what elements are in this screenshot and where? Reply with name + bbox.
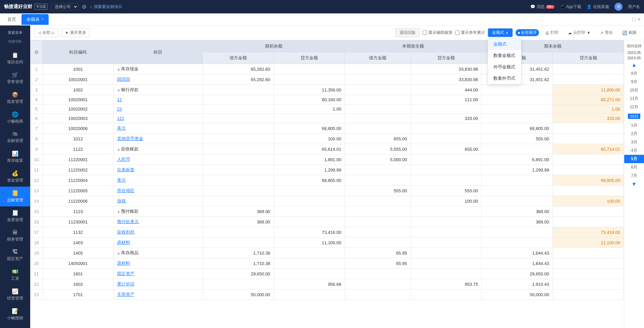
account-name-link[interactable]: 12 [117,97,122,102]
sidebar-item-operations[interactable]: 📈 经营管理 [0,285,30,305]
period-month-7[interactable]: 7月 [624,172,644,180]
account-name-link[interactable]: 美元 [117,126,126,131]
period-month-9[interactable]: 9月 [624,78,644,86]
tab-close-icon[interactable]: × [42,17,44,21]
cell-account-name[interactable]: ▲库存商品 [113,248,203,258]
tab-balance[interactable]: 余额表 × [21,14,49,25]
account-name-link[interactable]: 往来标签 [117,167,135,172]
sidebar-item-inventory[interactable]: 📊 库存核算 [0,147,30,167]
cell-account-name[interactable]: ▲应收账款 [113,144,203,154]
cell-amount [345,114,411,123]
sidebar-item-project[interactable]: 📋 项目合同 [0,49,30,68]
account-name-link[interactable]: 回回回 [117,77,130,82]
show-ytd-checkbox[interactable]: 显示本年累计 [455,30,485,36]
expand-toggle[interactable]: ▲ [117,251,120,255]
account-name-link[interactable]: 累计折旧 [117,281,135,286]
sidebar-item-ecommerce[interactable]: 🌐 小畅电商 [0,108,30,128]
account-name-link[interactable]: 原材料 [117,261,130,266]
mode-foreign[interactable]: 外币金额式 [488,61,521,73]
period-month-12[interactable]: 12月 [624,103,644,111]
cell-account-name: 应收利息 [113,227,203,238]
mode-dropdown[interactable]: 金额式 ∧ 金额式 数量金额式 外币金额式 数量外币式 [488,28,513,37]
expand-toggle[interactable]: ▲ [117,147,120,151]
sidebar-search[interactable]: 搜索菜单 [0,28,30,37]
print-btn[interactable]: 🖨 打印 [542,28,562,37]
cell-row-num: 1 [31,64,43,74]
expand-more-btn[interactable]: ▼ 展开更多 [61,28,90,37]
table-settings-icon[interactable]: ⚙ [34,49,39,55]
minimize-btn[interactable]: □ [632,16,636,22]
period-month-8[interactable]: 8月 [624,69,644,78]
account-name-link[interactable]: 游戏 [117,198,126,203]
messages-btn[interactable]: 💬 消息 99+ [530,4,554,10]
period-month-4[interactable]: 4月 [624,146,644,155]
tab-home[interactable]: 首页 [3,14,20,24]
mode-amount[interactable]: 金额式 [488,39,521,50]
filter-all-btn[interactable]: ◁ 全部 ▷ [34,28,58,37]
cell-account-name: 往来标签 [113,165,203,175]
account-name-link[interactable]: 固定资产 [117,271,135,276]
company-selector[interactable]: 选择公司 [51,3,78,10]
period-month-6[interactable]: 6月 [624,163,644,172]
cell-amount [345,95,411,105]
cell-amount: 111.00 [411,95,482,105]
cell-account-name: 固定资产 [113,269,203,279]
show-assist-checkbox[interactable]: 显示辅助核算 [423,30,452,36]
sidebar-item-purchase[interactable]: 🛍 采购管理 [0,128,30,147]
sidebar-item-invoice[interactable]: 🧾 发票管理 [0,206,30,226]
period-nav-down[interactable]: ▼ [630,180,638,189]
account-name-link[interactable]: 原材料 [117,240,130,245]
table-container: ⚙ 科目编码 科目 期初余额 本期发生额 期末余额 借方金额 贷方金额 借方金额 [30,40,624,328]
avatar[interactable]: 用 [614,3,623,11]
expand-toggle[interactable]: ▲ [117,210,120,213]
online-service-btn[interactable]: 👤 在线客服 [587,4,609,10]
expand-all-toggle[interactable]: ● 全部展开 [516,29,539,36]
app-download-btn[interactable]: 📱 App下载 [560,4,581,10]
export-btn[interactable]: ↗ 导出 [597,28,616,37]
cloud-print-btn[interactable]: ☁ 云打印 ▼ [565,28,594,37]
show-assist-input[interactable] [423,30,427,35]
sidebar-item-report[interactable]: 📝 小畅报销 [0,305,30,324]
account-name-link[interactable]: 应收利息 [117,229,135,235]
expand-toggle[interactable]: ▲ [117,88,120,92]
sidebar-quick-nav[interactable]: 快捷导航 [0,37,30,46]
account-name-link[interactable]: 23 [117,107,122,112]
back-old-version-btn[interactable]: 退回旧版 [395,28,420,37]
account-name-link[interactable]: 其他货币资金 [117,136,143,141]
demo-link[interactable]: ○ 我要看实例演示 [90,4,122,10]
period-year-2023[interactable]: 2023 [628,114,640,119]
period-month-3[interactable]: 3月 [624,138,644,146]
refresh-btn[interactable]: 🔄 刷新 [619,28,640,37]
account-name-link[interactable]: 所在地区 [117,188,135,193]
sidebar-item-retail[interactable]: 🛒 零售管理 [0,68,30,88]
period-month-5[interactable]: 5月 [624,155,644,163]
period-nav-up[interactable]: ▲ [630,61,638,69]
sidebar-item-funds[interactable]: 💰 资金管理 [0,167,30,187]
account-name-link[interactable]: 122 [117,116,124,121]
period-month-2[interactable]: 2月 [624,130,644,138]
mode-btn[interactable]: 金额式 ∧ [488,28,513,37]
period-month-1[interactable]: 1月 [624,121,644,130]
sidebar-item-base[interactable]: ℹ 基础信息 [0,324,30,328]
cell-account-name[interactable]: ▲银行存款 [113,85,203,95]
cell-account-name[interactable]: ▲预付账款 [113,206,203,217]
show-ytd-input[interactable] [455,30,460,35]
mode-qty-foreign[interactable]: 数量外币式 [488,73,521,84]
sidebar-item-salary[interactable]: 💵 工资 [0,265,30,285]
period-month-10[interactable]: 10月 [624,86,644,94]
account-name-link[interactable]: 预付款美元 [117,219,139,224]
account-name-link[interactable]: 人民币 [117,157,130,162]
account-name-link[interactable]: 无形资产 [117,292,135,297]
sidebar-item-ledger[interactable]: 📒 总账管理 [0,187,30,206]
account-name-link[interactable]: 美元 [117,178,126,183]
top-settings-icon[interactable]: ⚙ [82,4,87,10]
period-month-11[interactable]: 11月 [624,94,644,103]
sidebar-item-tax[interactable]: 🏛 税务管理 [0,226,30,246]
sidebar-item-wholesale[interactable]: 📦 批发管理 [0,88,30,108]
mode-qty-amount[interactable]: 数量金额式 [488,50,521,61]
cell-account-name[interactable]: ▲库存现金 [113,64,203,74]
cell-amount: 389.00 [203,217,274,227]
expand-toggle[interactable]: ▲ [117,67,120,71]
close-window-btn[interactable]: × [638,16,641,22]
sidebar-item-assets[interactable]: 🏗 固定资产 [0,246,30,265]
